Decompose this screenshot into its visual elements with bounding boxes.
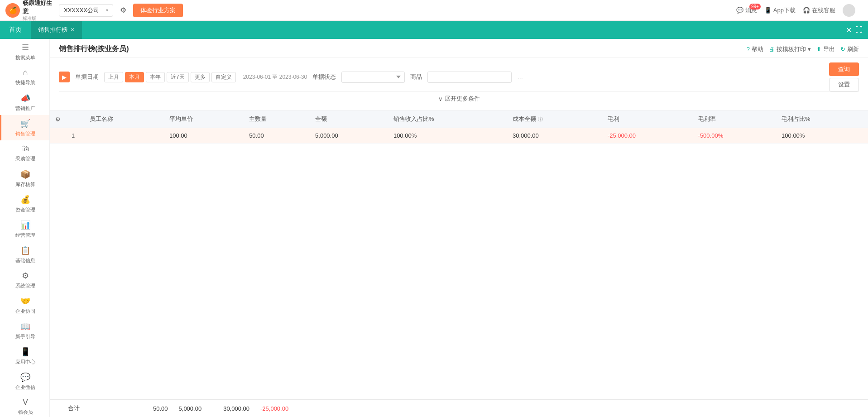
message-button[interactable]: 💬 消息 99+ [736,6,757,14]
sidebar-item-inventory[interactable]: 📦 库存核算 [0,166,49,191]
tab-sales-ranking[interactable]: 销售排行榜 ✕ [31,21,82,39]
print-icon: 🖨 [769,46,775,53]
date-btn-custom[interactable]: 自定义 [211,72,236,82]
sidebar-label-sales: 销售管理 [15,130,35,137]
cell-profit-rate: -500.00% [693,128,777,144]
table-footer: 合计 50.00 5,000.00 30,000.00 -25,000.00 [50,399,868,417]
sidebar-item-marketing[interactable]: 📣 营销推广 [0,90,49,115]
sidebar-item-system[interactable]: ⚙ 系统管理 [0,267,49,292]
status-label: 单据状态 [312,73,336,81]
app-download-button[interactable]: 📱 App下载 [764,6,796,14]
table-settings-icon[interactable]: ⚙ [55,116,61,123]
col-qty: 主数量 [244,110,310,128]
main-layout: ☰ 搜索菜单 ⌂ 快捷导航 📣 营销推广 🛒 销售管理 🛍 采购管理 📦 库存核… [0,39,868,417]
sidebar-item-appstore[interactable]: 📱 应用中心 [0,343,49,369]
sidebar-item-guide[interactable]: 📖 新手引导 [0,318,49,343]
filter-bar: ▶ 单据日期 上月 本月 本年 近7天 更多 自定义 2023-06-01 至 … [50,58,868,110]
company-name: XXXXXX公司 [64,6,104,14]
date-btn-more[interactable]: 更多 [191,72,210,82]
date-btn-7days[interactable]: 近7天 [167,72,189,82]
sidebar-item-search[interactable]: ☰ 搜索菜单 [0,39,49,64]
member-icon: V [23,398,28,407]
footer-qty: 50.00 [148,405,173,412]
sidebar-label-system: 系统管理 [15,283,35,289]
table-wrapper: ⚙ 员工名称 平均单价 主数量 全额 销售收入占比% 成本全额 ⓘ 毛利 [50,110,868,399]
top-right-actions: 💬 消息 99+ 📱 App下载 🎧 在线客服 [736,4,863,17]
footer-cells: 50.00 5,000.00 30,000.00 -25,000.00 [137,405,863,412]
logo-area: 🍊 畅康通好生意 标准版 [5,0,55,22]
header-actions: ? 帮助 🖨 按模板打印 ▾ ⬆ 导出 ↻ 刷新 [747,45,859,53]
date-btn-this-month[interactable]: 本月 [125,72,144,82]
col-cost: 成本全额 ⓘ [507,110,602,128]
message-badge: 99+ [749,4,761,10]
footer-cost: 30,000.00 [218,405,255,412]
print-chevron-icon: ▾ [808,46,811,53]
export-button[interactable]: ⬆ 导出 [816,45,835,53]
col-sales-pct: 销售收入占比% [388,110,507,128]
company-selector[interactable]: XXXXXX公司 ▾ [59,4,113,17]
sidebar-item-operations[interactable]: 📊 经营管理 [0,216,49,242]
online-service-button[interactable]: 🎧 在线客服 [803,6,835,14]
message-icon: 💬 [736,7,743,14]
table-row: 1 100.00 50.00 5,000.00 100.00% 30,000.0… [50,128,868,144]
refresh-icon: ↻ [840,46,845,53]
cell-name [84,128,164,144]
setting-button[interactable]: 设置 [829,78,859,91]
sidebar-label-appstore: 应用中心 [15,359,35,365]
sidebar-label-weixin: 企业微信 [15,384,35,391]
sidebar-item-weixin[interactable]: 💬 企业微信 [0,369,49,394]
col-amount: 全额 [310,110,388,128]
inventory-icon: 📦 [20,169,30,179]
date-btn-this-year[interactable]: 本年 [146,72,165,82]
sales-ranking-table: ⚙ 员工名称 平均单价 主数量 全额 销售收入占比% 成本全额 ⓘ 毛利 [50,110,868,144]
tab-home[interactable]: 首页 [0,21,31,39]
col-name: 员工名称 [84,110,164,128]
expand-more-button[interactable]: ∨ 展开更多条件 [59,91,859,105]
sidebar-label-finance: 资金管理 [15,206,35,213]
export-icon: ⬆ [816,46,821,53]
settings-icon[interactable]: ⚙ [117,4,129,17]
page-header: 销售排行榜(按业务员) ? 帮助 🖨 按模板打印 ▾ ⬆ 导出 ↻ 刷新 [50,39,868,58]
top-bar: 🍊 畅康通好生意 标准版 XXXXXX公司 ▾ ⚙ 体验行业方案 💬 消息 99… [0,0,868,21]
sidebar-item-basics[interactable]: 📋 基础信息 [0,242,49,267]
sidebar-item-sales[interactable]: 🛒 销售管理 [0,115,49,140]
sidebar-item-enterprise[interactable]: 🤝 企业协同 [0,292,49,318]
cell-qty: 50.00 [244,128,310,144]
goods-input[interactable] [427,72,512,83]
sidebar-label-guide: 新手引导 [15,333,35,340]
trial-button[interactable]: 体验行业方案 [133,4,183,17]
more-filters-icon[interactable]: … [517,74,523,81]
sidebar-item-member[interactable]: V 畅会员 [0,394,49,417]
help-button[interactable]: ? 帮助 [747,45,763,53]
close-window-icon[interactable]: ✕ [846,26,852,34]
home-icon: ⌂ [23,68,28,77]
refresh-button[interactable]: ↻ 刷新 [840,45,859,53]
sidebar-label-operations: 经营管理 [15,232,35,239]
tab-bar: 首页 销售排行榜 ✕ ✕ ⛶ [0,21,868,39]
tab-actions: ✕ ⛶ [840,26,868,34]
date-btn-last-month[interactable]: 上月 [104,72,123,82]
template-print-button[interactable]: 🖨 按模板打印 ▾ [769,45,811,53]
sidebar-item-purchase[interactable]: 🛍 采购管理 [0,140,49,166]
cell-sales-pct: 100.00% [388,128,507,144]
tab-close-icon[interactable]: ✕ [70,27,75,33]
filter-toggle-icon[interactable]: ▶ [59,72,70,82]
avatar[interactable] [843,4,855,17]
cell-settings [50,128,66,144]
col-rank [66,110,84,128]
maximize-icon[interactable]: ⛶ [855,26,863,34]
weixin-icon: 💬 [20,372,30,382]
sidebar-item-finance[interactable]: 💰 资金管理 [0,191,49,216]
status-select[interactable] [341,72,405,83]
cost-info-icon[interactable]: ⓘ [538,116,543,122]
page-title: 销售排行榜(按业务员) [59,44,129,54]
cell-profit: -25,000.00 [602,128,693,144]
cell-amount: 5,000.00 [310,128,388,144]
sidebar-label-search: 搜索菜单 [15,54,35,61]
sidebar-label-marketing: 营销推广 [15,105,35,112]
sidebar-item-quicknav[interactable]: ⌂ 快捷导航 [0,64,49,90]
table-header-row: ⚙ 员工名称 平均单价 主数量 全额 销售收入占比% 成本全额 ⓘ 毛利 [50,110,868,128]
sidebar-label-enterprise: 企业协同 [15,308,35,315]
query-button[interactable]: 查询 [829,62,859,76]
cell-cost: 30,000.00 [507,128,602,144]
